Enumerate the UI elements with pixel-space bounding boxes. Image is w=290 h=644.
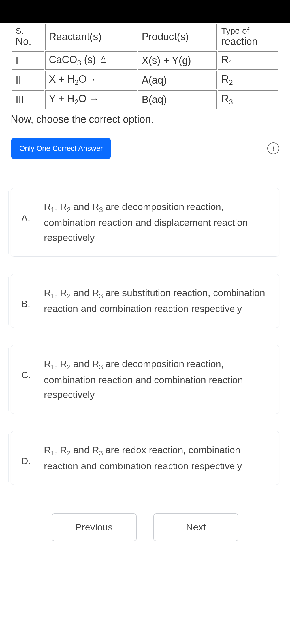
option-text: R1, R2 and R3 are substitution reaction,… <box>44 285 269 316</box>
option-text: R1, R2 and R3 are decomposition reaction… <box>44 199 269 245</box>
next-button[interactable]: Next <box>153 513 238 541</box>
status-bar <box>0 0 290 23</box>
table-row: I CaCO3 (s) Δ→ X(s) + Y(g) R1 <box>12 51 278 70</box>
option-a[interactable]: A. R1, R2 and R3 are decomposition react… <box>11 188 279 257</box>
table-row: II X + H2O→ A(aq) R2 <box>12 71 278 89</box>
col-type: Type of reaction <box>218 24 278 50</box>
option-text: R1, R2 and R3 are redox reaction, combin… <box>44 442 269 473</box>
option-letter: D. <box>21 442 44 467</box>
option-letter: A. <box>21 199 44 223</box>
col-reactants: Reactant(s) <box>45 24 137 50</box>
option-letter: B. <box>21 285 44 309</box>
table-row: III Y + H2O → B(aq) R3 <box>12 90 278 109</box>
info-icon[interactable]: i <box>267 142 279 154</box>
col-sno: S. No. <box>12 24 44 50</box>
option-text: R1, R2 and R3 are decomposition reaction… <box>44 356 269 402</box>
previous-button[interactable]: Previous <box>52 513 137 541</box>
option-b[interactable]: B. R1, R2 and R3 are substitution reacti… <box>11 274 279 328</box>
option-letter: C. <box>21 356 44 380</box>
prompt-text: Now, choose the correct option. <box>11 110 279 137</box>
answer-type-pill: Only One Correct Answer <box>11 138 111 159</box>
col-products: Product(s) <box>138 24 216 50</box>
option-c[interactable]: C. R1, R2 and R3 are decomposition react… <box>11 345 279 414</box>
question-table: S. No. Reactant(s) Product(s) Type of re… <box>11 23 279 110</box>
option-d[interactable]: D. R1, R2 and R3 are redox reaction, com… <box>11 431 279 485</box>
